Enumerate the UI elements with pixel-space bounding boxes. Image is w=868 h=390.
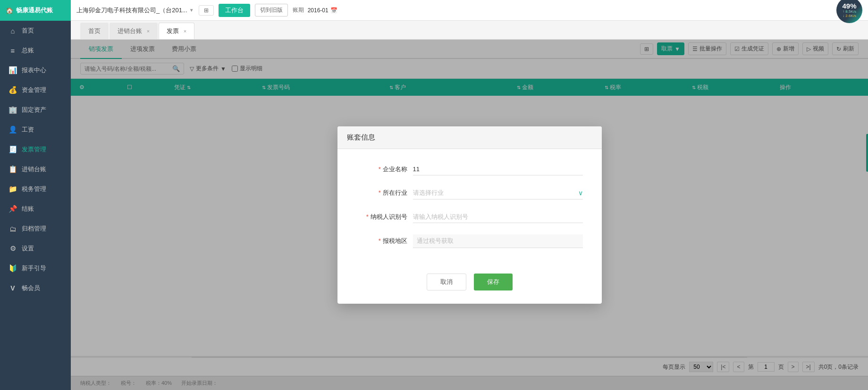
sidebar-item-label: 工资 [22, 125, 34, 134]
speed-down: ↓ 2.6K/s [843, 14, 856, 18]
settings-icon: ⚙ [8, 244, 17, 253]
sidebar-item-label: 进销台账 [22, 165, 46, 174]
member-icon: V [8, 284, 17, 292]
archive-icon: 🗂 [8, 225, 17, 233]
tab-home[interactable]: 首页 [80, 23, 109, 39]
tax-region-readonly: 通过税号获取 [413, 234, 583, 248]
guide-icon: 🔰 [8, 264, 17, 273]
sidebar-item-assets[interactable]: 🏢 固定资产 [0, 100, 71, 120]
funds-icon: 💰 [8, 86, 17, 94]
tax-icon: 📁 [8, 185, 17, 193]
assets-icon: 🏢 [8, 106, 17, 114]
sidebar-item-member[interactable]: V 畅会员 [0, 278, 71, 298]
sidebar-item-label: 首页 [22, 26, 34, 35]
copy-button[interactable]: ⊞ [199, 5, 214, 16]
tab-invoice[interactable]: 发票 × [159, 23, 194, 39]
industry-select[interactable]: 请选择行业 [413, 189, 578, 196]
sidebar-item-label: 固定资产 [22, 106, 46, 114]
form-label-company: * 企业名称 [356, 165, 413, 174]
sidebar-item-label: 发票管理 [22, 145, 46, 154]
sidebar-item-archive[interactable]: 🗂 归档管理 [0, 219, 71, 239]
switch-old-button[interactable]: 切到旧版 [255, 4, 288, 17]
sidebar-item-label: 结账 [22, 205, 34, 213]
dialog-body: * 企业名称 * 所在行业 请选择行业 [337, 149, 602, 269]
tab-bar: 首页 进销台账 × 发票 × [71, 21, 868, 40]
tax-id-input[interactable] [413, 211, 583, 223]
form-row-tax-id: * 纳税人识别号 [356, 211, 583, 223]
calendar-icon[interactable]: 📅 [330, 7, 337, 14]
sidebar-item-reports[interactable]: 📊 报表中心 [0, 60, 71, 80]
sidebar-item-tax[interactable]: 📁 税务管理 [0, 179, 71, 199]
sidebar-item-home[interactable]: ⌂ 首页 [0, 21, 71, 41]
speed-up: ↑ 8.5K/s [843, 9, 856, 14]
app-logo: 🏠 畅康通易代账 [0, 0, 71, 21]
workbench-button[interactable]: 工作台 [219, 4, 250, 17]
form-row-tax-region: * 报税地区 通过税号获取 [356, 234, 583, 248]
modal-overlay: 账套信息 * 企业名称 * 所在行业 [71, 40, 868, 390]
tab-close-invoice[interactable]: × [184, 28, 186, 34]
logo-icon: 🏠 [6, 7, 13, 14]
sidebar-item-label: 总账 [22, 46, 34, 55]
ledger-icon: ≡ [8, 47, 17, 55]
tab-close-sales-ledger[interactable]: × [147, 28, 150, 34]
sidebar-item-label: 畅会员 [22, 284, 40, 292]
sidebar-item-salary[interactable]: 👤 工资 [0, 120, 71, 140]
sidebar-item-label: 资金管理 [22, 86, 46, 94]
sidebar-item-label: 报表中心 [22, 66, 46, 75]
sidebar-item-ledger[interactable]: ≡ 总账 [0, 41, 71, 60]
sidebar-item-settlement[interactable]: 📌 结账 [0, 199, 71, 219]
form-label-tax-id: * 纳税人识别号 [356, 213, 413, 221]
settlement-icon: 📌 [8, 205, 17, 213]
salary-icon: 👤 [8, 125, 17, 134]
sidebar: 🏠 畅康通易代账 ⌂ 首页 ≡ 总账 📊 报表中心 💰 资金管理 🏢 固定资产 … [0, 0, 71, 390]
period-display: 账期 2016-01 📅 [293, 6, 337, 14]
period-label: 账期 [293, 6, 304, 14]
topbar: 上海卯金刀电子科技有限公司_（台201... ▼ ⊞ 工作台 切到旧版 账期 2… [71, 0, 868, 21]
tab-sales-ledger[interactable]: 进销台账 × [110, 23, 158, 39]
industry-select-wrapper[interactable]: 请选择行业 ∨ [413, 187, 583, 199]
form-label-industry: * 所在行业 [356, 189, 413, 197]
company-selector[interactable]: 上海卯金刀电子科技有限公司_（台201... ▼ [76, 6, 194, 15]
invoice-icon: 🧾 [8, 145, 17, 154]
cancel-button[interactable]: 取消 [427, 274, 466, 290]
sidebar-item-sales-ledger[interactable]: 📋 进销台账 [0, 159, 71, 179]
sales-ledger-icon: 📋 [8, 165, 17, 174]
network-indicator: 49% ↑ 8.5K/s ↓ 2.6K/s [836, 0, 862, 23]
form-label-tax-region: * 报税地区 [356, 237, 413, 245]
logo-text: 畅康通易代账 [16, 6, 53, 15]
period-value: 2016-01 [308, 7, 329, 14]
form-row-company-name: * 企业名称 [356, 163, 583, 175]
company-name: 上海卯金刀电子科技有限公司_（台201... [76, 6, 187, 15]
content-area: 销项发票 进项发票 费用小票 ⊞ 取票 ▼ ☰ 批量操作 ☑ [71, 40, 868, 390]
sidebar-item-funds[interactable]: 💰 资金管理 [0, 80, 71, 100]
sidebar-item-invoice[interactable]: 🧾 发票管理 [0, 140, 71, 159]
reports-icon: 📊 [8, 66, 17, 75]
dialog-title: 账套信息 [337, 126, 602, 149]
dialog-account-info: 账套信息 * 企业名称 * 所在行业 [337, 126, 602, 304]
home-icon: ⌂ [8, 27, 17, 35]
company-name-input[interactable] [413, 163, 583, 175]
main-area: 上海卯金刀电子科技有限公司_（台201... ▼ ⊞ 工作台 切到旧版 账期 2… [71, 0, 868, 390]
sidebar-item-settings[interactable]: ⚙ 设置 [0, 239, 71, 258]
sidebar-item-guide[interactable]: 🔰 新手引导 [0, 258, 71, 278]
form-row-industry: * 所在行业 请选择行业 ∨ [356, 187, 583, 199]
select-chevron-icon: ∨ [578, 189, 583, 197]
company-chevron-icon: ▼ [189, 8, 194, 13]
save-button[interactable]: 保存 [474, 274, 513, 290]
sidebar-item-label: 设置 [22, 244, 34, 253]
dialog-footer: 取消 保存 [337, 269, 602, 304]
sidebar-item-label: 税务管理 [22, 185, 46, 193]
sidebar-item-label: 归档管理 [22, 224, 46, 233]
network-percent: 49% [842, 2, 856, 9]
sidebar-item-label: 新手引导 [22, 264, 46, 273]
